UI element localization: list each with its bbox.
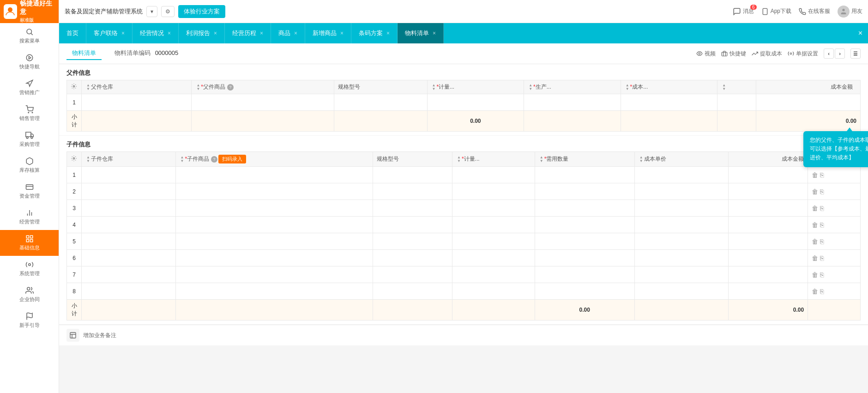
bottom-icon[interactable] — [66, 329, 79, 342]
child-cell-unit-6[interactable] — [452, 250, 535, 266]
copy-icon-1[interactable]: ⎘ — [820, 171, 824, 179]
shortcut-btn[interactable]: 快捷键 — [721, 50, 746, 58]
app-download-btn[interactable]: App下载 — [761, 7, 791, 15]
parent-cell-extra-1[interactable] — [717, 94, 756, 111]
child-cell-spec-1[interactable] — [373, 167, 452, 183]
child-cell-spec-2[interactable] — [373, 183, 452, 200]
child-cell-unit-1[interactable] — [452, 167, 535, 183]
child-cell-unit-cost-4[interactable] — [634, 217, 729, 233]
child-cell-qty-7[interactable] — [535, 266, 634, 283]
child-cell-unit-8[interactable] — [452, 283, 535, 300]
copy-icon-5[interactable]: ⎘ — [820, 238, 824, 245]
copy-icon-7[interactable]: ⎘ — [820, 271, 824, 278]
child-cell-spec-7[interactable] — [373, 266, 452, 283]
sidebar-item-basic-info[interactable]: 基础信息 — [0, 230, 59, 256]
sidebar-item-guide[interactable]: 新手引导 — [0, 308, 59, 333]
extract-cost-btn[interactable]: 提取成本 — [752, 50, 782, 58]
child-cell-spec-3[interactable] — [373, 200, 452, 217]
child-cell-goods-3[interactable] — [175, 200, 373, 217]
nav-tab-close-new-goods[interactable]: × — [340, 30, 344, 36]
child-cell-unit-cost-2[interactable] — [634, 183, 729, 200]
user-menu[interactable]: 用友 — [838, 6, 862, 18]
parent-cell-cost-1[interactable] — [621, 94, 717, 111]
trial-btn[interactable]: 体验行业方案 — [178, 5, 225, 18]
child-cell-unit-7[interactable] — [452, 266, 535, 283]
copy-icon-2[interactable]: ⎘ — [820, 188, 824, 195]
child-cell-goods-7[interactable] — [175, 266, 373, 283]
child-cell-qty-1[interactable] — [535, 167, 634, 183]
menu-btn[interactable]: ☰ — [850, 48, 861, 59]
copy-icon-4[interactable]: ⎘ — [820, 221, 824, 229]
child-cell-unit-cost-6[interactable] — [634, 250, 729, 266]
nav-tab-close-barcode[interactable]: × — [386, 30, 390, 36]
parent-cell-warehouse-1[interactable] — [82, 94, 192, 111]
next-btn[interactable]: › — [835, 48, 845, 59]
child-cell-unit-cost-1[interactable] — [634, 167, 729, 183]
copy-icon-3[interactable]: ⎘ — [820, 205, 824, 212]
child-cell-warehouse-6[interactable] — [82, 250, 176, 266]
child-cell-qty-3[interactable] — [535, 200, 634, 217]
prev-btn[interactable]: ‹ — [824, 48, 834, 59]
nav-tab-close-ops[interactable]: × — [168, 30, 171, 36]
child-cell-spec-4[interactable] — [373, 217, 452, 233]
nav-tab-home[interactable]: 首页 — [59, 23, 86, 43]
delete-icon-1[interactable]: 🗑 — [812, 171, 818, 179]
sidebar-item-purchase[interactable]: 采购管理 — [0, 127, 59, 152]
parent-cell-produce-1[interactable] — [524, 94, 621, 111]
sub-tab-bom-code[interactable]: 物料清单编码 0000005 — [109, 47, 184, 60]
sidebar-item-operations[interactable]: 经营管理 — [0, 204, 59, 230]
online-service-btn[interactable]: 在线客服 — [799, 7, 830, 15]
child-cell-unit-5[interactable] — [452, 233, 535, 250]
nav-tab-close-customer[interactable]: × — [121, 30, 125, 36]
child-cell-spec-8[interactable] — [373, 283, 452, 300]
child-cell-unit-3[interactable] — [452, 200, 535, 217]
sidebar-item-sales[interactable]: 销售管理 — [0, 101, 59, 127]
delete-icon-8[interactable]: 🗑 — [812, 288, 818, 295]
child-cell-unit-cost-5[interactable] — [634, 233, 729, 250]
nav-tab-close-history[interactable]: × — [260, 30, 263, 36]
child-cell-unit-2[interactable] — [452, 183, 535, 200]
nav-tab-customer[interactable]: 客户联络 × — [86, 23, 133, 43]
nav-tab-profit[interactable]: 利润报告 × — [179, 23, 225, 43]
child-cell-warehouse-3[interactable] — [82, 200, 176, 217]
child-cell-qty-5[interactable] — [535, 233, 634, 250]
sidebar-item-quicknav[interactable]: 快捷导航 — [0, 49, 59, 75]
delete-icon-4[interactable]: 🗑 — [812, 221, 818, 229]
parent-cell-spec-1[interactable] — [334, 94, 427, 111]
child-cell-qty-2[interactable] — [535, 183, 634, 200]
sidebar-item-inventory[interactable]: 库存核算 — [0, 152, 59, 178]
view-btn[interactable]: 视频 — [696, 50, 716, 58]
delete-icon-5[interactable]: 🗑 — [812, 238, 818, 245]
nav-tab-close-goods[interactable]: × — [294, 30, 297, 36]
nav-tab-goods[interactable]: 商品 × — [271, 23, 305, 43]
close-all-tabs[interactable]: × — [853, 29, 868, 37]
child-cell-goods-4[interactable] — [175, 217, 373, 233]
child-cell-qty-6[interactable] — [535, 250, 634, 266]
delete-icon-7[interactable]: 🗑 — [812, 271, 818, 278]
delete-icon-3[interactable]: 🗑 — [812, 205, 818, 212]
child-cell-warehouse-4[interactable] — [82, 217, 176, 233]
nav-tab-operations-status[interactable]: 经营情况 × — [133, 23, 179, 43]
child-cell-spec-6[interactable] — [373, 250, 452, 266]
child-goods-info[interactable]: ? — [211, 156, 217, 163]
sidebar-item-enterprise[interactable]: 企业协同 — [0, 282, 59, 308]
child-cell-unit-cost-8[interactable] — [634, 283, 729, 300]
child-cell-goods-5[interactable] — [175, 233, 373, 250]
copy-icon-8[interactable]: ⎘ — [820, 288, 824, 295]
copy-icon-6[interactable]: ⎘ — [820, 254, 824, 262]
child-cell-warehouse-7[interactable] — [82, 266, 176, 283]
parent-cell-goods-1[interactable] — [192, 94, 334, 111]
child-cell-qty-8[interactable] — [535, 283, 634, 300]
expand-btn[interactable]: ▾ — [146, 6, 157, 17]
parent-goods-info[interactable]: ? — [227, 84, 234, 91]
child-th-settings[interactable] — [67, 152, 82, 167]
message-btn[interactable]: 消息 6 — [733, 7, 754, 16]
parent-cell-unit-1[interactable] — [427, 94, 524, 111]
sidebar-item-search[interactable]: 搜索菜单 — [0, 23, 59, 49]
nav-tab-barcode[interactable]: 条码方案 × — [351, 23, 398, 43]
child-cell-unit-cost-3[interactable] — [634, 200, 729, 217]
settings-btn[interactable]: ⚙ — [161, 6, 175, 17]
sidebar-item-system[interactable]: 系统管理 — [0, 256, 59, 282]
child-cell-warehouse-2[interactable] — [82, 183, 176, 200]
nav-tab-new-goods[interactable]: 新增商品 × — [305, 23, 351, 43]
